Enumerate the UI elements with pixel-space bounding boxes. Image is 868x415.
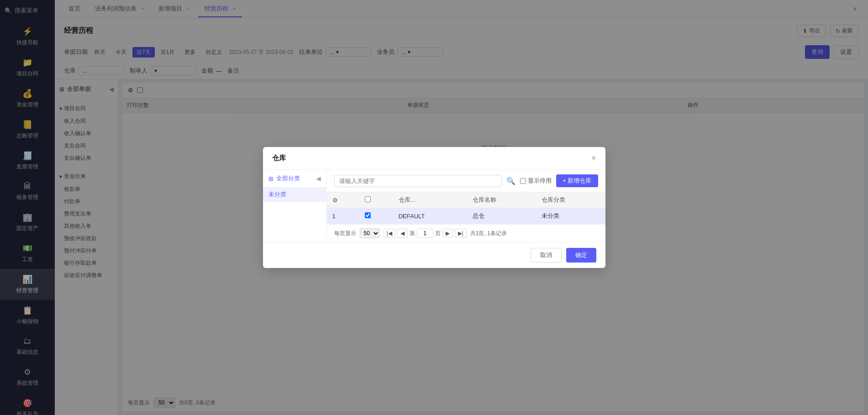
modal-page-nav: |◀ ◀ 第 页 ▶ ▶| [384, 229, 467, 238]
modal-total-info: 共1页, 1条记录 [470, 230, 507, 237]
modal-left-uncategorized[interactable]: 未分类 [263, 187, 326, 202]
modal-page-size-label: 每页显示 [334, 230, 356, 237]
row-checkbox[interactable] [365, 212, 371, 218]
modal-header: 仓库 × [263, 147, 605, 170]
modal-confirm-button[interactable]: 确定 [566, 248, 596, 263]
show-disabled-label[interactable]: 显示停用 [520, 177, 552, 185]
col-warehouse-category: 仓库分类 [536, 192, 605, 208]
row-id: 1 [327, 208, 360, 224]
modal-page-size-select[interactable]: 50 [360, 228, 380, 238]
row-category: 未分类 [536, 208, 605, 224]
modal-page-suffix: 页 [435, 230, 441, 237]
modal-page-input[interactable] [417, 229, 433, 238]
row-name: 总仓 [467, 208, 536, 224]
modal-next-page[interactable]: ▶ [442, 229, 453, 238]
modal-table-header: ⚙ 仓库... 仓库名称 仓库分类 [327, 192, 605, 208]
modal-left-panel: ⊞ 全部分类 ◀ 未分类 [263, 170, 327, 242]
modal-table: ⚙ 仓库... 仓库名称 仓库分类 1 DEFAULT [327, 192, 605, 224]
modal-left-all-label: 全部分类 [276, 174, 300, 183]
modal-last-page[interactable]: ▶| [455, 229, 467, 238]
col-checkbox [359, 192, 393, 208]
modal-title: 仓库 [272, 154, 286, 163]
modal-overlay: 仓库 × ⊞ 全部分类 ◀ 未分类 🔍 [0, 0, 868, 415]
add-warehouse-button[interactable]: + 新增仓库 [556, 174, 598, 187]
modal-close-button[interactable]: × [591, 153, 596, 163]
modal-pagination: 每页显示 50 |◀ ◀ 第 页 ▶ ▶| 共1页, 1条记录 [327, 224, 605, 242]
modal-cancel-button[interactable]: 取消 [531, 248, 562, 263]
modal-left-toggle[interactable]: ◀ [316, 175, 321, 182]
col-warehouse-code: 仓库... [393, 192, 467, 208]
modal-page-label: 第 [410, 230, 415, 237]
show-disabled-text: 显示停用 [528, 177, 552, 185]
row-code: DEFAULT [393, 208, 467, 224]
modal-table-area[interactable]: ⚙ 仓库... 仓库名称 仓库分类 1 DEFAULT [327, 192, 605, 224]
warehouse-modal: 仓库 × ⊞ 全部分类 ◀ 未分类 🔍 [263, 147, 605, 268]
row-checkbox-cell[interactable] [359, 208, 393, 224]
modal-search-input[interactable] [334, 175, 502, 187]
modal-body: ⊞ 全部分类 ◀ 未分类 🔍 显示停用 + 新增仓库 [263, 170, 605, 242]
modal-left-all-category[interactable]: ⊞ 全部分类 ◀ [263, 170, 326, 187]
modal-right-panel: 🔍 显示停用 + 新增仓库 ⚙ 仓库... [327, 170, 605, 242]
grid-icon2: ⊞ [268, 175, 274, 182]
modal-prev-page[interactable]: ◀ [397, 229, 408, 238]
modal-first-page[interactable]: |◀ [384, 229, 395, 238]
select-all-checkbox[interactable] [365, 196, 371, 202]
show-disabled-checkbox[interactable] [520, 178, 526, 184]
col-gear[interactable]: ⚙ [327, 192, 360, 208]
modal-table-row[interactable]: 1 DEFAULT 总仓 未分类 [327, 208, 605, 224]
modal-search-icon[interactable]: 🔍 [506, 177, 516, 185]
modal-actions: 取消 确定 [263, 242, 605, 268]
col-warehouse-name: 仓库名称 [467, 192, 536, 208]
modal-search-bar: 🔍 显示停用 + 新增仓库 [327, 170, 605, 192]
